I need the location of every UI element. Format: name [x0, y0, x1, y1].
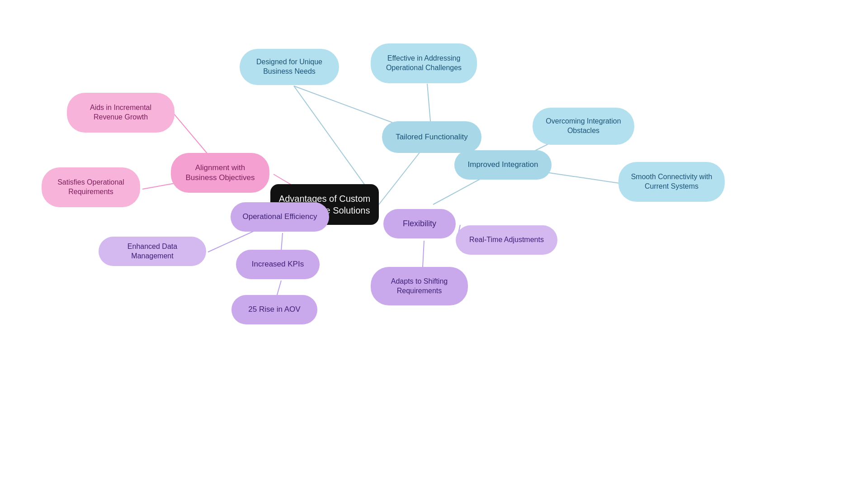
increased-kpis-node: Increased KPIs: [236, 250, 320, 279]
real-time-node: Real-Time Adjustments: [456, 225, 557, 255]
svg-line-9: [423, 241, 424, 267]
operational-efficiency-node: Operational Efficiency: [231, 202, 329, 232]
effective-addressing-node: Effective in Addressing Operational Chal…: [371, 43, 477, 83]
enhanced-data-node: Enhanced Data Management: [99, 237, 206, 266]
tailored-functionality-node: Tailored Functionality: [382, 121, 481, 153]
flexibility-node: Flexibility: [383, 209, 456, 238]
alignment-business-node: Alignment with Business Objectives: [171, 153, 269, 193]
aids-incremental-node: Aids in Incremental Revenue Growth: [67, 93, 175, 133]
rise-aov-node: 25 Rise in AOV: [231, 295, 317, 324]
svg-line-12: [281, 233, 283, 251]
adapts-shifting-node: Adapts to Shifting Requirements: [371, 267, 468, 305]
satisfies-operational-node: Satisfies Operational Requirements: [42, 167, 140, 207]
svg-line-13: [277, 281, 281, 296]
designed-unique-node: Designed for Unique Business Needs: [240, 49, 339, 85]
improved-integration-node: Improved Integration: [454, 150, 552, 180]
overcoming-integration-node: Overcoming Integration Obstacles: [533, 108, 634, 145]
smooth-connectivity-node: Smooth Connectivity with Current Systems: [618, 162, 725, 202]
